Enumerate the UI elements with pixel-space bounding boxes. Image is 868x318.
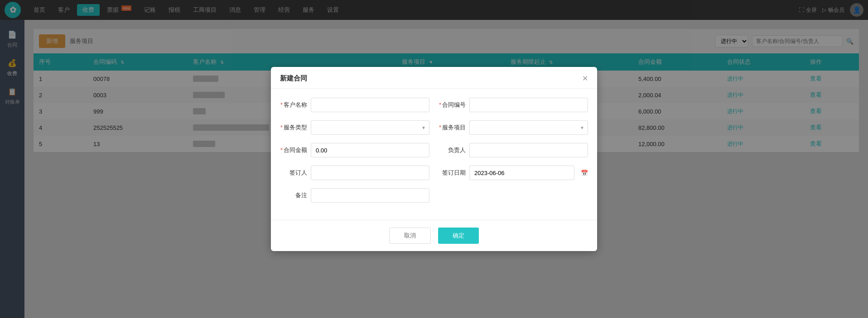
form-row-1: *客户名称 *合同编号 [280, 98, 588, 112]
service-item-select[interactable] [469, 120, 588, 135]
client-name-label: *客户名称 [280, 101, 307, 109]
form-row-2: *服务类型 ▼ *服务项目 ▼ [280, 120, 588, 135]
form-row-4: 签订人 签订日期 📅 [280, 166, 588, 180]
sign-date-label: 签订日期 [439, 169, 466, 177]
form-group-service-type: *服务类型 ▼ [280, 120, 429, 135]
responsible-input[interactable] [469, 143, 588, 157]
service-item-select-wrapper: ▼ [469, 120, 588, 135]
form-row-5: 备注 [280, 188, 588, 203]
form-group-remark: 备注 [280, 188, 429, 203]
modal-body: *客户名称 *合同编号 *服务类型 [271, 89, 597, 220]
service-type-select[interactable] [311, 120, 429, 135]
signer-input[interactable] [311, 166, 429, 180]
contract-no-input[interactable] [469, 98, 588, 112]
modal-footer: 取消 确定 [271, 220, 597, 251]
amount-label: *合同金额 [280, 146, 307, 154]
service-type-select-wrapper: ▼ [311, 120, 429, 135]
sign-date-input[interactable] [469, 166, 574, 180]
form-group-contract-no: *合同编号 [439, 98, 588, 112]
responsible-label: 负责人 [439, 146, 466, 154]
form-group-responsible: 负责人 [439, 143, 588, 157]
contract-no-label: *合同编号 [439, 101, 466, 109]
remark-label: 备注 [280, 191, 307, 199]
confirm-button[interactable]: 确定 [438, 228, 479, 244]
form-group-amount: *合同金额 [280, 143, 429, 157]
modal-close-button[interactable]: ✕ [582, 75, 588, 82]
form-row-3: *合同金额 负责人 [280, 143, 588, 157]
signer-label: 签订人 [280, 169, 307, 177]
form-group-client: *客户名称 [280, 98, 429, 112]
modal-header: 新建合同 ✕ [271, 67, 597, 89]
modal-title: 新建合同 [280, 74, 307, 83]
form-group-signer: 签订人 [280, 166, 429, 180]
form-group-spacer [439, 188, 588, 203]
service-item-label: *服务项目 [439, 123, 466, 132]
service-type-label: *服务类型 [280, 123, 307, 132]
modal-overlay[interactable]: 新建合同 ✕ *客户名称 *合同编号 [0, 0, 868, 318]
client-name-input[interactable] [311, 98, 429, 112]
remark-input[interactable] [311, 188, 429, 203]
form-group-sign-date: 签订日期 📅 [439, 166, 588, 180]
form-group-service-item: *服务项目 ▼ [439, 120, 588, 135]
calendar-icon[interactable]: 📅 [581, 170, 588, 176]
new-contract-modal: 新建合同 ✕ *客户名称 *合同编号 [271, 67, 597, 251]
amount-input[interactable] [311, 143, 429, 157]
cancel-button[interactable]: 取消 [389, 228, 431, 244]
